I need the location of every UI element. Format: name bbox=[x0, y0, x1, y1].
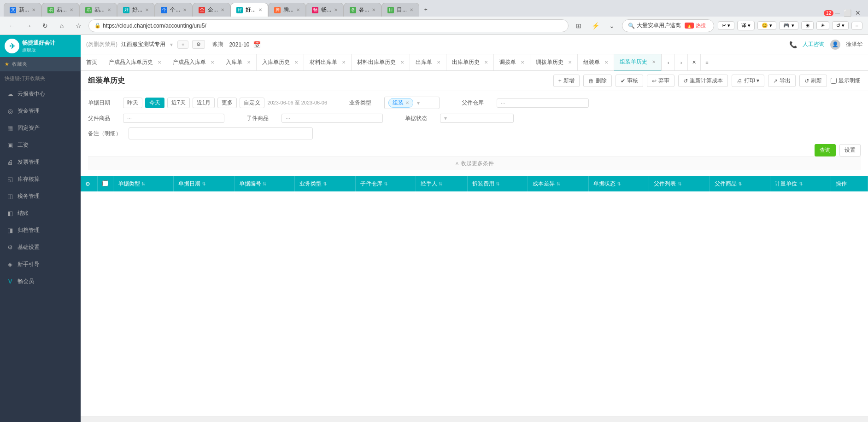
print-btn[interactable]: 🖨 打印 ▾ bbox=[732, 75, 764, 87]
forward-btn[interactable]: → bbox=[22, 19, 35, 32]
date-1month[interactable]: 近1月 bbox=[193, 98, 215, 108]
star-btn[interactable]: ☆ bbox=[72, 19, 85, 32]
browser-tab-6[interactable]: 企 企... ✕ bbox=[193, 3, 230, 17]
sidebar-item-inventory[interactable]: ◱ 库存核算 bbox=[0, 171, 81, 188]
col-order-type[interactable]: 单据类型 ⇅ bbox=[113, 176, 174, 191]
new-tab-btn[interactable]: + bbox=[419, 3, 432, 17]
date-yesterday[interactable]: 昨天 bbox=[123, 98, 142, 108]
app-tab-close-material-out-history[interactable]: ✕ bbox=[400, 60, 404, 65]
qr-btn[interactable]: ⊞ bbox=[572, 19, 585, 32]
app-tab-out-order[interactable]: 出库单 ✕ bbox=[410, 54, 446, 71]
extension-btn[interactable]: ⚡ bbox=[589, 19, 602, 32]
sidebar-item-fund[interactable]: ◎ 资金管理 bbox=[0, 103, 81, 120]
app-tab-group-order[interactable]: 组装单 ✕ bbox=[578, 54, 614, 71]
browser-tab-9[interactable]: 畅 畅... ✕ bbox=[306, 3, 344, 17]
sidebar-item-settle[interactable]: ◧ 结账 bbox=[0, 205, 81, 222]
translate-icon[interactable]: 译 ▾ bbox=[737, 21, 755, 30]
app-tab-close-produce-in-history[interactable]: ✕ bbox=[158, 60, 161, 65]
history-icon[interactable]: ↺ ▾ bbox=[832, 21, 849, 30]
browser-tab-10[interactable]: 各 各... ✕ bbox=[344, 3, 381, 17]
app-tab-material-out[interactable]: 材料出库单 ✕ bbox=[304, 54, 352, 71]
delete-btn[interactable]: 🗑 删除 bbox=[583, 75, 612, 87]
recalc-btn[interactable]: ↺ 重新计算成本 bbox=[678, 75, 728, 87]
col-disassemble-cost[interactable]: 拆装费用 ⇅ bbox=[467, 176, 528, 191]
browser-tab-close-6[interactable]: ✕ bbox=[221, 7, 224, 12]
app-tab-produce-in-history[interactable]: 产成品入库单历史 ✕ bbox=[103, 54, 167, 71]
cut-icon[interactable]: ✂ ▾ bbox=[718, 21, 734, 30]
sidebar-item-guide[interactable]: ◈ 新手引导 bbox=[0, 256, 81, 273]
col-parent-list[interactable]: 父件列表 ⇅ bbox=[649, 176, 710, 191]
app-tab-close-material-out[interactable]: ✕ bbox=[342, 60, 346, 65]
show-detail-checkbox[interactable] bbox=[831, 78, 837, 84]
col-cost-diff[interactable]: 成本差异 ⇅ bbox=[528, 176, 589, 191]
col-unit[interactable]: 计量单位 ⇅ bbox=[770, 176, 831, 191]
app-tab-close-assemble-history[interactable]: ✕ bbox=[568, 60, 572, 65]
col-biz-type[interactable]: 业务类型 ⇅ bbox=[295, 176, 356, 191]
col-checkbox[interactable] bbox=[97, 176, 113, 191]
filter-settings-btn[interactable]: 设置 bbox=[839, 144, 861, 156]
sidebar-item-asset[interactable]: ▦ 固定资产 bbox=[0, 120, 81, 137]
export-btn[interactable]: ↗ 导出 bbox=[768, 75, 796, 87]
profile-btn[interactable]: ⌄ bbox=[605, 19, 618, 32]
show-detail-label[interactable]: 显示明细 bbox=[831, 77, 861, 85]
browser-tab-close-2[interactable]: ✕ bbox=[70, 7, 73, 12]
audit-btn[interactable]: ✔ 审核 bbox=[616, 75, 643, 87]
order-status-select[interactable]: ▾ bbox=[440, 114, 514, 123]
date-custom[interactable]: 自定义 bbox=[240, 98, 264, 108]
parent-warehouse-input[interactable]: ··· bbox=[497, 98, 589, 108]
app-tab-material-out-history[interactable]: 材料出库单历史 ✕ bbox=[352, 54, 410, 71]
browser-tab-5[interactable]: 个 个... ✕ bbox=[155, 3, 193, 17]
col-order-date[interactable]: 单据日期 ⇅ bbox=[174, 176, 235, 191]
search-bar[interactable]: 🔍 大量安卓用户逃离 🔥 热搜 bbox=[622, 19, 714, 32]
app-tab-home[interactable]: 首页 bbox=[81, 54, 103, 71]
app-tab-in-order[interactable]: 入库单 ✕ bbox=[220, 54, 257, 71]
browser-tab-3[interactable]: 易 易... ✕ bbox=[79, 3, 117, 17]
app-tab-group-history[interactable]: 组装单历史 ✕ bbox=[614, 54, 662, 71]
tab-close-all[interactable]: ✕ bbox=[687, 54, 700, 71]
col-settings[interactable]: ⚙ bbox=[81, 176, 97, 191]
browser-tab-1[interactable]: 文 新... ✕ bbox=[4, 3, 41, 17]
theme-icon[interactable]: ☀ bbox=[816, 21, 829, 30]
consult-label[interactable]: 人工咨询 bbox=[803, 40, 825, 48]
menu-icon[interactable]: ≡ bbox=[851, 22, 862, 30]
new-record-btn[interactable]: + + 新增 新增 bbox=[553, 75, 580, 87]
app-tab-assemble[interactable]: 调拨单 ✕ bbox=[494, 54, 530, 71]
add-company-btn[interactable]: + bbox=[177, 40, 188, 49]
address-bar[interactable]: 🔒 https://cloud.chanjet.com/accounting/u… bbox=[88, 19, 569, 32]
sidebar-item-tax[interactable]: ◫ 税务管理 bbox=[0, 188, 81, 205]
parent-goods-input[interactable]: ··· bbox=[123, 114, 224, 123]
col-parent-goods[interactable]: 父件商品 ⇅ bbox=[710, 176, 770, 191]
browser-tab-close-5[interactable]: ✕ bbox=[183, 7, 187, 12]
browser-minimize-btn[interactable]: ─ bbox=[835, 9, 840, 17]
app-tab-in-history[interactable]: 入库单历史 ✕ bbox=[257, 54, 304, 71]
tab-scroll-left[interactable]: ‹ bbox=[662, 54, 674, 71]
home-btn[interactable]: ⌂ bbox=[55, 19, 68, 32]
tab-scroll-right[interactable]: › bbox=[674, 54, 687, 71]
browser-tab-close-4[interactable]: ✕ bbox=[145, 7, 149, 12]
app-tab-assemble-history[interactable]: 调拨单历史 ✕ bbox=[530, 54, 578, 71]
browser-close-btn[interactable]: ✕ bbox=[855, 9, 861, 17]
browser-tab-11[interactable]: 目 目... ✕ bbox=[381, 3, 419, 17]
browser-tab-close-9[interactable]: ✕ bbox=[334, 7, 338, 12]
browser-tab-close-11[interactable]: ✕ bbox=[410, 7, 413, 12]
sidebar-item-report[interactable]: ☁ 云报表中心 bbox=[0, 86, 81, 103]
app-tab-close-out-history[interactable]: ✕ bbox=[484, 60, 488, 65]
sidebar-item-settings[interactable]: ⚙ 基础设置 bbox=[0, 239, 81, 256]
col-order-status[interactable]: 单据状态 ⇅ bbox=[588, 176, 649, 191]
sidebar-item-salary[interactable]: ▣ 工资 bbox=[0, 137, 81, 154]
query-btn[interactable]: 查询 bbox=[815, 144, 836, 156]
company-settings-btn[interactable]: ⚙ bbox=[192, 40, 205, 49]
app-tab-close-group-history[interactable]: ✕ bbox=[652, 59, 656, 64]
app-tab-close-in-history[interactable]: ✕ bbox=[294, 60, 298, 65]
refresh-btn[interactable]: ↻ bbox=[39, 19, 52, 32]
col-order-no[interactable]: 单据编号 ⇅ bbox=[234, 176, 295, 191]
back-btn[interactable]: ← bbox=[6, 19, 18, 32]
note-input[interactable] bbox=[129, 127, 313, 139]
browser-maximize-btn[interactable]: ⬜ bbox=[844, 9, 851, 17]
emoji-icon[interactable]: 😊 ▾ bbox=[757, 21, 776, 30]
collapse-bar[interactable]: ∧ 收起更多条件 bbox=[88, 156, 861, 170]
browser-tab-close-7[interactable]: ✕ bbox=[258, 7, 262, 12]
sidebar-item-vip[interactable]: V 畅会员 bbox=[0, 273, 81, 290]
date-7days[interactable]: 近7天 bbox=[167, 98, 190, 108]
sidebar-item-invoice[interactable]: 🖨 发票管理 bbox=[0, 154, 81, 171]
